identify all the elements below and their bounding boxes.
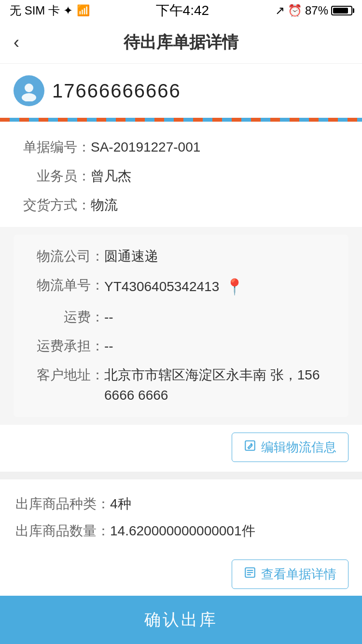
status-bar: 无 SIM 卡 ✦ 📶 下午4:42 ↗ ⏰ 87% [0, 0, 362, 21]
svg-point-0 [25, 84, 33, 92]
goods-types-row: 出库商品种类： 4种 [14, 495, 348, 513]
address-row: 客户地址： 北京市市辖区海淀区永丰南 张，156 6666 6666 [27, 365, 335, 406]
address-label: 客户地址： [27, 365, 104, 385]
confirm-button[interactable]: 确认出库 [0, 596, 362, 644]
view-detail-button[interactable]: 查看单据详情 [232, 560, 348, 589]
salesman-row: 业务员： 曾凡杰 [14, 166, 348, 186]
order-info-block: 单据编号： SA-20191227-001 业务员： 曾凡杰 交货方式： 物流 [0, 122, 362, 227]
section-separator [0, 472, 362, 479]
delivery-row: 交货方式： 物流 [14, 195, 348, 215]
order-no-row: 单据编号： SA-20191227-001 [14, 137, 348, 157]
freight-label: 运费： [27, 307, 104, 327]
user-phone: 17666666666 [52, 80, 181, 102]
goods-quantity-label: 出库商品数量： [14, 522, 110, 540]
freight-row: 运费： -- [27, 307, 335, 327]
user-section: 17666666666 [0, 64, 362, 118]
salesman-value: 曾凡杰 [91, 166, 348, 186]
page-title: 待出库单据详情 [124, 31, 238, 54]
tracking-label: 物流单号： [27, 275, 104, 295]
order-no-value: SA-20191227-001 [91, 137, 348, 157]
dashed-divider [0, 118, 362, 122]
view-detail-label: 查看单据详情 [261, 566, 336, 583]
sim-label: 无 SIM 卡 ✦ [10, 3, 73, 18]
delivery-label: 交货方式： [14, 195, 91, 215]
delivery-value: 物流 [91, 195, 348, 215]
svg-point-1 [22, 93, 36, 101]
tracking-location-icon[interactable]: 📍 [225, 275, 244, 298]
nav-bar: ‹ 待出库单据详情 [0, 21, 362, 64]
back-button[interactable]: ‹ [14, 32, 19, 53]
edit-logistics-label: 编辑物流信息 [261, 439, 336, 456]
company-row: 物流公司： 圆通速递 [27, 246, 335, 266]
company-value: 圆通速递 [104, 246, 335, 266]
edit-logistics-wrapper: 编辑物流信息 [0, 425, 362, 472]
freight-value: -- [104, 307, 335, 327]
list-icon [244, 566, 256, 582]
goods-quantity-row: 出库商品数量： 14.620000000000001件 [14, 522, 348, 540]
avatar [14, 75, 44, 106]
status-time: 下午4:42 [156, 1, 209, 20]
freight-type-row: 运费承担： -- [27, 336, 335, 356]
edit-icon [244, 439, 256, 455]
goods-quantity-value: 14.620000000000001件 [110, 522, 348, 540]
salesman-label: 业务员： [14, 166, 91, 186]
goods-types-value: 4种 [110, 495, 348, 513]
alarm-icon: ⏰ [288, 4, 302, 17]
edit-logistics-button[interactable]: 编辑物流信息 [232, 433, 348, 462]
tracking-row: 物流单号： YT43064053424​13 📍 [27, 275, 335, 298]
status-right: ↗ ⏰ 87% [275, 4, 352, 17]
order-no-label: 单据编号： [14, 137, 91, 157]
battery-percent: 87% [305, 4, 328, 17]
goods-types-label: 出库商品种类： [14, 495, 110, 513]
goods-section: 出库商品种类： 4种 出库商品数量： 14.620000000000001件 [0, 479, 362, 552]
battery-icon [331, 6, 352, 15]
logistics-card: 物流公司： 圆通速递 物流单号： YT43064053424​13 📍 运费： … [14, 235, 348, 417]
confirm-button-label: 确认出库 [144, 609, 218, 631]
wifi-icon: 📶 [77, 4, 90, 17]
address-value: 北京市市辖区海淀区永丰南 张，156 6666 6666 [104, 365, 335, 406]
location-status-icon: ↗ [275, 4, 285, 17]
tracking-value: YT43064053424​13 📍 [104, 275, 335, 298]
status-left: 无 SIM 卡 ✦ 📶 [10, 3, 90, 18]
freight-type-label: 运费承担： [27, 336, 104, 356]
view-detail-wrapper: 查看单据详情 [0, 552, 362, 602]
freight-type-value: -- [104, 336, 335, 356]
company-label: 物流公司： [27, 246, 104, 266]
